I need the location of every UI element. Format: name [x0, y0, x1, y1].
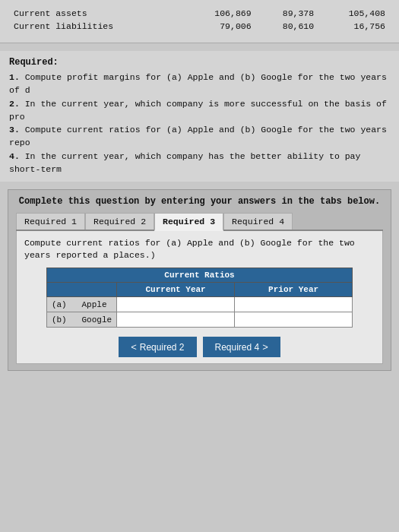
apple-prior-year-cell — [235, 297, 353, 312]
required-list: 1. Compute profit margins for (a) Apple … — [9, 71, 390, 176]
complete-title: Complete this question by entering your … — [16, 196, 383, 207]
top-section: Current assets 106,869 89,378 105,408 Cu… — [0, 0, 399, 43]
item-num: 1. — [9, 72, 25, 82]
google-prior-year-cell — [235, 312, 353, 328]
cr-current-year-header: Current Year — [117, 283, 235, 297]
cr-prior-year-header: Prior Year — [235, 283, 353, 297]
required-section: Required: 1. Compute profit margins for … — [0, 51, 399, 182]
apple-current-year-input[interactable] — [123, 299, 228, 309]
tab-required2[interactable]: Required 2 — [85, 213, 154, 230]
cr-main-header: Current Ratios — [46, 268, 352, 283]
tab-required1[interactable]: Required 1 — [16, 213, 85, 230]
prev-button-label: Required 2 — [140, 342, 185, 353]
row-col1: 106,869 — [185, 8, 255, 19]
required-title: Required: — [9, 57, 390, 68]
list-item: 3. Compute current ratios for (a) Apple … — [9, 123, 390, 150]
table-row: (a) Apple — [46, 297, 352, 312]
nav-buttons: < Required 2 Required 4 > — [24, 337, 375, 357]
item-text: In the current year, which company has t… — [9, 151, 360, 174]
item-num: 3. — [9, 125, 25, 135]
row-label: Current liabilities — [11, 21, 183, 32]
item-num: 2. — [9, 99, 25, 109]
prev-button[interactable]: < Required 2 — [119, 337, 196, 357]
row-label: Current assets — [11, 8, 183, 19]
apple-label: (a) Apple — [46, 297, 116, 312]
row-col1: 79,006 — [185, 21, 255, 32]
list-item: 4. In the current year, which company ha… — [9, 150, 390, 176]
row-col2: 80,610 — [256, 21, 318, 32]
table-row: Current assets 106,869 89,378 105,408 — [11, 8, 388, 19]
item-num: 4. — [9, 151, 25, 161]
next-button[interactable]: Required 4 > — [203, 337, 280, 357]
google-current-year-cell — [117, 312, 235, 328]
apple-current-year-cell — [117, 297, 235, 312]
table-row: (b) Google — [46, 312, 352, 328]
google-prior-year-input[interactable] — [241, 315, 346, 324]
list-item: 1. Compute profit margins for (a) Apple … — [9, 71, 390, 97]
current-ratios-table: Current Ratios Current Year Prior Year (… — [46, 268, 353, 328]
item-text: In the current year, which company is mo… — [9, 99, 387, 122]
item-text: Compute current ratios for (a) Apple and… — [9, 125, 387, 147]
google-current-year-input[interactable] — [123, 315, 228, 324]
list-item: 2. In the current year, which company is… — [9, 97, 390, 124]
row-col3: 105,408 — [318, 8, 388, 19]
next-arrow-icon: > — [262, 341, 268, 353]
tab3-instruction: Compute current ratios for (a) Apple and… — [24, 237, 375, 261]
main-wrapper: Current assets 106,869 89,378 105,408 Cu… — [0, 0, 399, 386]
financials-table: Current assets 106,869 89,378 105,408 Cu… — [9, 6, 390, 33]
prev-arrow-icon: < — [131, 341, 137, 353]
apple-prior-year-input[interactable] — [241, 299, 346, 309]
tab-required4[interactable]: Required 4 — [223, 213, 293, 230]
row-col3: 16,756 — [318, 21, 388, 32]
cr-header-row: Current Ratios — [46, 268, 352, 283]
complete-box: Complete this question by entering your … — [8, 189, 391, 371]
cr-subheader-row: Current Year Prior Year — [46, 283, 352, 297]
current-ratios-container: Current Ratios Current Year Prior Year (… — [24, 268, 375, 328]
tabs-row: Required 1 Required 2 Required 3 Require… — [16, 213, 383, 231]
table-row: Current liabilities 79,006 80,610 16,756 — [11, 21, 388, 32]
row-col2: 89,378 — [256, 8, 318, 19]
tab3-content: Compute current ratios for (a) Apple and… — [16, 231, 383, 364]
google-label: (b) Google — [46, 312, 116, 328]
tab-required3[interactable]: Required 3 — [154, 213, 223, 231]
item-text: Compute profit margins for (a) Apple and… — [9, 72, 387, 95]
next-button-label: Required 4 — [215, 342, 260, 353]
cr-label-header — [46, 283, 116, 297]
